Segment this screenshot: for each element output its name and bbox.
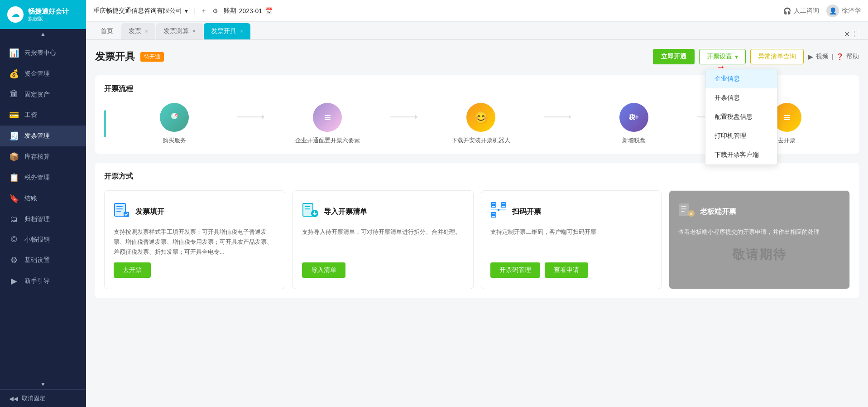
sidebar-label-zijin: 资金管理: [24, 70, 50, 78]
method-boss-header: ≡ 老板端开票: [678, 202, 840, 222]
tab-fapiaokaipu-label: 发票开具: [211, 27, 236, 35]
headset-icon: 🎧: [783, 7, 791, 15]
settings-label: 开票设置: [707, 53, 732, 61]
tab-fapiaokaipu-close[interactable]: ×: [240, 28, 243, 34]
period-selector[interactable]: 账期 2023-01 📅: [224, 7, 273, 15]
sidebar-label-jiezhang: 结账: [24, 194, 37, 203]
page-title-row: 发票开具 待开通: [95, 50, 164, 63]
step-connector-3: [544, 116, 571, 117]
guidang-icon: 🗂: [9, 214, 19, 224]
topbar: 重庆畅捷交通信息咨询有限公司 ▾ | ＋ ⚙ 账期 2023-01 📅 🎧 人工…: [86, 0, 868, 22]
fill-go-button[interactable]: 去开票: [114, 262, 151, 278]
sidebar-label-fapiao: 发票管理: [24, 132, 50, 140]
sidebar-item-shuiwu[interactable]: 📋 税务管理: [0, 167, 86, 188]
import-icon: [302, 202, 318, 222]
sidebar-item-zijin[interactable]: 💰 资金管理: [0, 63, 86, 84]
boss-overlay-text: 敬请期待: [678, 246, 840, 263]
tab-close-all[interactable]: ✕: [844, 30, 850, 39]
svg-text:≡: ≡: [690, 211, 693, 216]
fill-method-footer: 去开票: [114, 262, 276, 278]
user-name: 徐泽华: [842, 7, 861, 15]
import-method-title: 导入开票清单: [324, 207, 367, 217]
sidebar-item-guidang[interactable]: 🗂 归档管理: [0, 209, 86, 229]
sidebar-label-kucun: 库存核算: [24, 153, 50, 161]
calendar-icon: 📅: [265, 7, 273, 15]
sidebar-item-gudingzichan[interactable]: 🏛 固定资产: [0, 84, 86, 105]
dropdown-item-printer-mgmt[interactable]: 打印机管理: [705, 126, 777, 145]
dropdown-item-invoice-info[interactable]: 开票信息: [705, 88, 777, 107]
company-info-label: 企业信息: [715, 75, 740, 83]
support-label: 人工咨询: [794, 7, 819, 15]
app-edition: 旗舰版: [28, 15, 69, 22]
sidebar-item-gongzi[interactable]: 💳 工资: [0, 105, 86, 126]
settings-button[interactable]: ⚙: [212, 7, 218, 15]
user-profile[interactable]: 👤 徐泽华: [826, 5, 861, 17]
kucun-icon: 📦: [9, 152, 19, 162]
flow-step-1: 购买服务: [111, 103, 237, 145]
sidebar-item-jiezhang[interactable]: 🔖 结账: [0, 188, 86, 209]
company-selector[interactable]: 重庆畅捷交通信息咨询有限公司 ▾: [93, 7, 188, 15]
import-button[interactable]: 导入清单: [302, 262, 345, 278]
dropdown-item-company-info[interactable]: 企业信息: [705, 69, 777, 88]
step4-label: 新增税盘: [622, 136, 646, 145]
avatar: 👤: [826, 5, 839, 17]
step1-icon: [160, 103, 189, 132]
logo-icon: ☁: [7, 6, 24, 23]
dropdown-item-download-client[interactable]: 下载开票客户端: [705, 145, 777, 165]
tax-config-label: 配置税盘信息: [715, 113, 753, 121]
tab-expand[interactable]: ⛶: [854, 30, 861, 39]
yunbao-icon: 📊: [9, 48, 19, 58]
import-method-footer: 导入清单: [302, 262, 464, 278]
abnormal-button[interactable]: 异常清单查询: [750, 49, 804, 64]
jichushezhi-icon: ⚙: [9, 255, 19, 265]
tab-fapiaocesuan-label: 发票测算: [163, 27, 189, 35]
svg-rect-24: [681, 211, 685, 212]
method-card-import: 导入开票清单 支持导入待开票清单，可对待开票清单进行拆分、合并处理。 导入清单: [293, 190, 474, 289]
method-fill-header: 发票填开: [114, 202, 276, 222]
tab-fapiaocesuan[interactable]: 发票测算 ×: [156, 23, 203, 39]
sidebar-label-shuiwu: 税务管理: [24, 174, 50, 182]
plus-icon: ＋: [201, 7, 207, 15]
sidebar-logo: ☁ 畅捷通好会计 旗舰版: [0, 0, 86, 29]
support-button[interactable]: 🎧 人工咨询: [783, 7, 819, 15]
tab-fapiao-close[interactable]: ×: [145, 28, 148, 34]
svg-rect-6: [116, 211, 121, 212]
company-dropdown-icon: ▾: [185, 7, 188, 15]
flow-step-3: 😊 下载并安装开票机器人: [417, 103, 543, 145]
svg-rect-22: [681, 206, 686, 207]
sidebar-item-fapiao[interactable]: 🧾 发票管理: [0, 126, 86, 146]
tab-home[interactable]: 首页: [93, 23, 120, 39]
sidebar-item-xiaochang[interactable]: © 小畅报销: [0, 229, 86, 250]
fapiao-icon: 🧾: [9, 131, 19, 141]
shuiwu-icon: 📋: [9, 173, 19, 183]
gear-icon: ⚙: [212, 7, 218, 15]
svg-rect-21: [679, 204, 689, 216]
step2-label: 企业开通配置开票六要素: [295, 136, 360, 145]
sidebar-nav: 📊 云报表中心 💰 资金管理 🏛 固定资产 💳 工资 🧾 发票管理 📦 库存核算…: [0, 39, 86, 379]
sidebar-item-yunbao[interactable]: 📊 云报表中心: [0, 43, 86, 63]
scan-method-title: 扫码开票: [512, 207, 541, 217]
video-label: 视频: [816, 53, 829, 61]
sidebar-cancel-pin[interactable]: ◀◀ 取消固定: [0, 389, 86, 407]
sidebar-item-xinshouyin[interactable]: ▶ 新手引导: [0, 271, 86, 291]
tab-fapiaocesuan-close[interactable]: ×: [192, 28, 196, 34]
tab-fapiaokaipu[interactable]: 发票开具 ×: [204, 23, 250, 39]
boss-icon: ≡: [678, 202, 695, 222]
step3-icon: 😊: [466, 103, 495, 132]
step1-label: 购买服务: [163, 136, 186, 145]
sidebar-item-jichushezhi[interactable]: ⚙ 基础设置: [0, 250, 86, 271]
tab-fapiao[interactable]: 发票 ×: [121, 23, 155, 39]
method-import-header: 导入开票清单: [302, 202, 464, 222]
add-company-button[interactable]: ＋: [201, 7, 207, 15]
sidebar-item-kucun[interactable]: 📦 库存核算: [0, 146, 86, 167]
view-apply-button[interactable]: 查看申请: [545, 262, 588, 278]
dropdown-item-tax-config[interactable]: 配置税盘信息: [705, 107, 777, 126]
cancel-pin-label: 取消固定: [22, 394, 45, 402]
topbar-right: 🎧 人工咨询 👤 徐泽华: [783, 5, 861, 17]
company-name-text: 重庆畅捷交通信息咨询有限公司: [93, 7, 182, 15]
activate-button[interactable]: 立即开通: [653, 49, 695, 64]
scan-code-button[interactable]: 开票码管理: [490, 262, 540, 278]
gongzi-icon: 💳: [9, 110, 19, 120]
fill-method-title: 发票填开: [135, 207, 164, 217]
download-client-label: 下载开票客户端: [715, 151, 759, 159]
